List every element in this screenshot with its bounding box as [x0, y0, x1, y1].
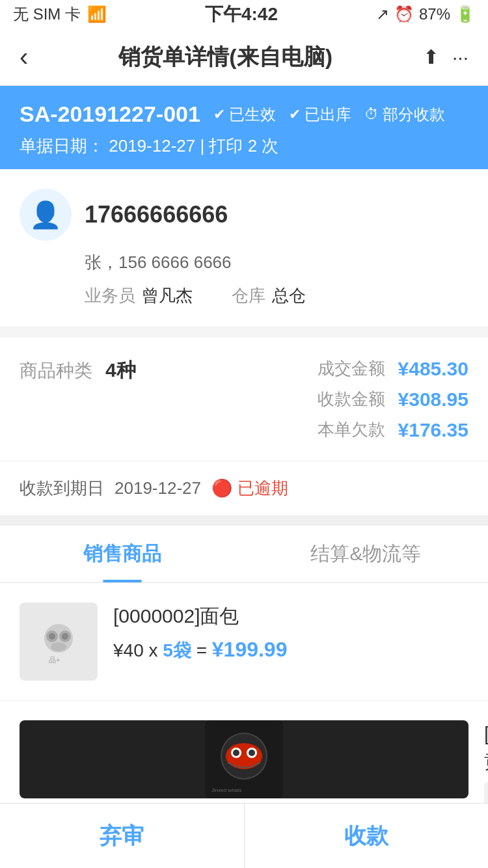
check-icon-1: ✔ [213, 106, 225, 123]
svg-point-5 [51, 642, 66, 651]
overdue-icon: 🔴 [211, 478, 232, 498]
tab-sales-products[interactable]: 销售商品 [0, 526, 244, 582]
order-id: SA-20191227-001 [20, 102, 200, 127]
order-banner: SA-20191227-001 ✔ 已生效 ✔ 已出库 ⏱ 部分收款 单据日期：… [0, 86, 488, 169]
overdue-text: 已逾期 [237, 477, 288, 500]
category-label: 商品种类 [20, 359, 92, 383]
due-section: 收款到期日 2019-12-27 🔴 已逾期 [0, 461, 488, 526]
warehouse-name: 总仓 [272, 284, 306, 307]
warehouse-info: 仓库 总仓 [232, 284, 306, 307]
status-left: 无 SIM 卡 📶 [13, 4, 107, 25]
product-total-1: ¥199.99 [212, 638, 288, 661]
clock-icon: ⏱ [364, 106, 379, 123]
confirm-button[interactable]: 收款 [245, 804, 489, 868]
customer-meta: 业务员 曾凡杰 仓库 总仓 [20, 284, 468, 307]
page-title: 销货单详情(来自电脑) [118, 42, 332, 72]
stats-section: 商品种类 4种 成交金额 ¥485.30 收款金额 ¥308.95 本单欠款 ¥… [0, 338, 488, 461]
order-id-row: SA-20191227-001 ✔ 已生效 ✔ 已出库 ⏱ 部分收款 [20, 102, 468, 127]
bottom-bar: 弃审 收款 [0, 803, 488, 868]
customer-section: 👤 17666666666 张，156 6666 6666 业务员 曾凡杰 仓库… [0, 169, 488, 327]
customer-name: 17666666666 [85, 201, 228, 228]
deal-amount: ¥485.30 [398, 358, 468, 380]
svg-text:品+: 品+ [49, 656, 60, 664]
order-date: 2019-12-27 [109, 136, 195, 156]
product-thumbnail-1: 品+ [20, 603, 98, 681]
customer-top: 👤 17666666666 [20, 189, 468, 241]
status-label-2: 已出库 [305, 104, 351, 125]
product-name-2: [000400001]黄油曲奇 [484, 720, 488, 775]
svg-text:Jinxed whats: Jinxed whats [211, 787, 241, 793]
location-icon: ↗ [376, 5, 389, 23]
product-info-1: [0000002]面包 ¥40 x 5袋 = ¥199.99 [113, 603, 468, 663]
check-icon-2: ✔ [289, 106, 301, 123]
avatar-icon: 👤 [29, 200, 62, 230]
debt-label: 本单欠款 [318, 418, 385, 441]
product-image-owl: 品+ [33, 616, 85, 668]
battery-label: 87% [419, 5, 450, 23]
status-right: ↗ ⏰ 87% 🔋 [376, 5, 475, 23]
overdue-badge: 🔴 已逾期 [211, 477, 288, 500]
carrier-label: 无 SIM 卡 [13, 4, 81, 25]
order-meta: 单据日期： 2019-12-27 | 打印 2 次 [20, 135, 468, 157]
status-label-1: 已生效 [229, 104, 276, 125]
share-icon[interactable]: ⬆ [423, 46, 439, 68]
nav-right: ⬆ ··· [423, 46, 468, 68]
received-label: 收款金额 [318, 388, 385, 411]
print-info: | 打印 2 次 [200, 136, 278, 156]
wifi-icon: 📶 [87, 5, 107, 23]
confirm-label: 收款 [344, 821, 388, 851]
product-price-1: ¥40 x 5袋 = ¥199.99 [113, 638, 468, 663]
debt-amount-row: 本单欠款 ¥176.35 [318, 418, 468, 441]
customer-contact: 张，156 6666 6666 [20, 251, 468, 274]
svg-point-3 [49, 633, 55, 640]
sales-info: 业务员 曾凡杰 [85, 284, 193, 307]
svg-point-9 [226, 743, 262, 769]
alarm-icon: ⏰ [394, 5, 414, 23]
tab-sales-label: 销售商品 [83, 541, 161, 567]
product-item: 品+ [0000002]面包 ¥40 x 5袋 = ¥199.99 [0, 583, 488, 701]
status-badge-1: ✔ 已生效 [213, 104, 276, 125]
sales-label: 业务员 [85, 284, 135, 307]
status-time: 下午4:42 [205, 2, 278, 27]
svg-point-4 [62, 633, 68, 640]
tab-underline [103, 580, 142, 582]
nav-bar: ‹ 销货单详情(来自电脑) ⬆ ··· [0, 29, 488, 86]
battery-icon: 🔋 [455, 5, 475, 23]
date-label: 单据日期： [20, 136, 104, 156]
amount-info: 成交金额 ¥485.30 收款金额 ¥308.95 本单欠款 ¥176.35 [318, 357, 468, 441]
deal-amount-row: 成交金额 ¥485.30 [318, 357, 468, 380]
status-badge-2: ✔ 已出库 [289, 104, 351, 125]
status-label-3: 部分收款 [383, 104, 445, 125]
stats-row: 商品种类 4种 成交金额 ¥485.30 收款金额 ¥308.95 本单欠款 ¥… [20, 357, 468, 441]
product-sku-2: 534532 [484, 783, 488, 805]
avatar: 👤 [20, 189, 72, 241]
back-button[interactable]: ‹ [20, 42, 28, 72]
due-date: 2019-12-27 [115, 478, 201, 498]
debt-amount: ¥176.35 [398, 419, 468, 441]
product-name-1: [0000002]面包 [113, 603, 468, 630]
received-amount: ¥308.95 [398, 388, 468, 411]
svg-point-12 [233, 750, 239, 756]
warehouse-label: 仓库 [232, 284, 265, 307]
svg-point-13 [249, 750, 255, 756]
product-image-ninja: Jinxed whats [205, 720, 283, 798]
status-bar: 无 SIM 卡 📶 下午4:42 ↗ ⏰ 87% 🔋 [0, 0, 488, 29]
more-icon[interactable]: ··· [452, 46, 468, 68]
sales-name: 曾凡杰 [142, 284, 193, 307]
category-info: 商品种类 4种 [20, 357, 136, 384]
deal-label: 成交金额 [318, 357, 385, 380]
cancel-button[interactable]: 弃审 [0, 804, 245, 868]
due-label: 收款到期日 [20, 477, 104, 500]
tab-settlement-label: 结算&物流等 [310, 541, 421, 567]
tab-settlement[interactable]: 结算&物流等 [244, 526, 488, 582]
product-qty-1: 5袋 [163, 640, 191, 660]
nav-left: ‹ [20, 42, 28, 72]
category-count: 4种 [105, 357, 136, 384]
received-amount-row: 收款金额 ¥308.95 [318, 388, 468, 411]
tabs: 销售商品 结算&物流等 [0, 526, 488, 583]
cancel-label: 弃审 [100, 821, 144, 851]
product-thumbnail-2: Jinxed whats [20, 720, 468, 798]
status-badge-3: ⏱ 部分收款 [364, 104, 445, 125]
